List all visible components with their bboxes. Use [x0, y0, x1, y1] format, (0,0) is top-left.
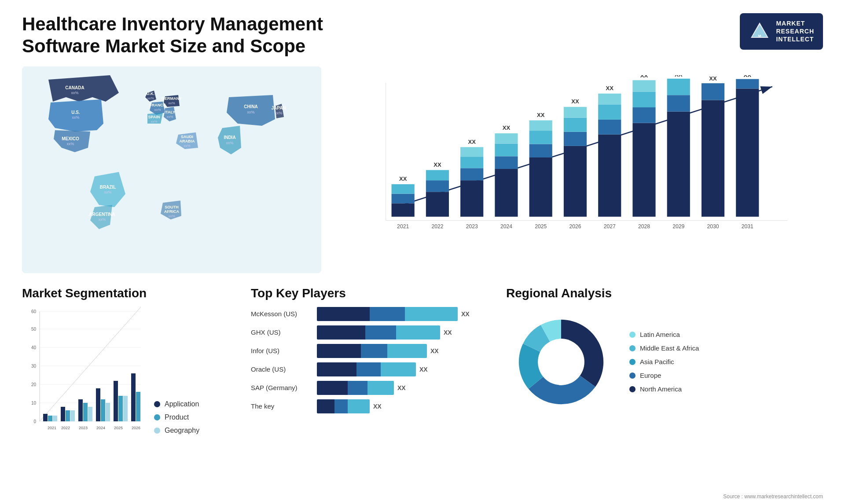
page-title: Healthcare Inventory Management Software… [22, 13, 330, 58]
svg-text:XX: XX [744, 75, 752, 78]
players-list: McKesson (US) XX GHX (US) [251, 307, 489, 413]
legend-label-product: Product [165, 413, 189, 421]
bar-chart: XX 2021 XX 2022 XX 2023 [339, 66, 823, 273]
svg-rect-64 [529, 131, 552, 144]
svg-rect-88 [667, 79, 690, 95]
svg-text:xx%: xx% [66, 142, 74, 146]
players-title: Top Key Players [251, 286, 489, 300]
svg-text:XX: XX [571, 98, 579, 105]
regional-legend-europe: Europe [629, 372, 699, 379]
svg-text:XX: XX [537, 112, 545, 118]
svg-rect-96 [736, 79, 759, 88]
svg-rect-87 [667, 95, 690, 111]
logo-icon: M [749, 20, 771, 42]
player-bar-sap: XX [317, 381, 489, 395]
svg-text:0: 0 [33, 419, 36, 424]
top-section: CANADA xx% U.S. xx% MEXICO xx% BRAZIL xx… [22, 66, 823, 273]
svg-rect-86 [667, 111, 690, 216]
legend-geography: Geography [154, 427, 199, 435]
player-name-mckesson: McKesson (US) [251, 310, 312, 318]
donut-section: Latin America Middle East & Africa Asia … [506, 307, 823, 417]
segmentation: Market Segmentation 0 10 [22, 286, 233, 462]
player-row-sap: SAP (Germany) XX [251, 381, 489, 395]
svg-text:XX: XX [468, 138, 476, 145]
seg-legend: Application Product Geography [154, 400, 199, 443]
svg-text:2026: 2026 [132, 426, 140, 430]
svg-text:XX: XX [434, 161, 441, 168]
svg-text:CANADA: CANADA [65, 85, 84, 90]
player-name-thekey: The key [251, 402, 312, 410]
svg-rect-42 [392, 184, 415, 194]
legend-application: Application [154, 400, 199, 408]
legend-dot-geography [154, 427, 160, 434]
svg-text:XX: XX [675, 75, 683, 78]
regional-dot-latin-america [629, 332, 636, 338]
svg-text:10: 10 [31, 401, 37, 405]
legend-label-geography: Geography [165, 427, 199, 435]
svg-rect-62 [529, 157, 552, 217]
player-bar-oracle: XX [317, 362, 489, 376]
segmentation-inner: 0 10 20 30 40 50 60 2021 [22, 307, 233, 443]
svg-text:U.S.: U.S. [71, 110, 80, 115]
svg-rect-74 [598, 135, 621, 217]
svg-text:BRAZIL: BRAZIL [100, 185, 116, 190]
legend-dot-product [154, 414, 160, 420]
svg-rect-40 [392, 203, 415, 216]
legend-label-application: Application [165, 400, 199, 408]
svg-rect-52 [460, 157, 483, 168]
regional-label-asia-pacific: Asia Pacific [640, 358, 674, 365]
svg-text:2021: 2021 [397, 223, 409, 230]
svg-rect-115 [43, 414, 48, 421]
svg-text:xx%: xx% [72, 115, 79, 120]
svg-rect-120 [66, 410, 70, 421]
regional-legend-north-america: North America [629, 385, 699, 393]
legend-dot-application [154, 401, 160, 407]
svg-rect-45 [426, 192, 449, 217]
svg-text:xx%: xx% [98, 217, 106, 222]
svg-rect-127 [96, 388, 100, 421]
svg-text:60: 60 [31, 309, 37, 314]
svg-rect-53 [460, 147, 483, 157]
svg-rect-51 [460, 168, 483, 180]
svg-text:xx%: xx% [184, 144, 190, 148]
svg-rect-121 [70, 410, 75, 421]
regional-legend-asia-pacific: Asia Pacific [629, 358, 699, 365]
svg-text:2029: 2029 [672, 223, 684, 230]
svg-text:2022: 2022 [431, 223, 443, 230]
regional-legend: Latin America Middle East & Africa Asia … [629, 331, 699, 393]
player-row-mckesson: McKesson (US) XX [251, 307, 489, 321]
svg-text:M: M [758, 34, 761, 38]
svg-text:xx%: xx% [168, 101, 175, 105]
svg-rect-68 [564, 146, 587, 217]
svg-rect-80 [632, 123, 655, 216]
regional: Regional Analysis [506, 286, 823, 462]
bar-chart-svg: XX 2021 XX 2022 XX 2023 [348, 75, 814, 251]
svg-text:XX: XX [399, 175, 407, 182]
svg-text:50: 50 [31, 327, 37, 332]
svg-rect-91 [702, 100, 724, 216]
svg-text:2031: 2031 [742, 223, 753, 230]
svg-rect-123 [78, 399, 83, 421]
svg-text:20: 20 [31, 382, 37, 387]
svg-text:2023: 2023 [79, 426, 88, 430]
svg-rect-47 [426, 170, 449, 180]
svg-rect-58 [495, 143, 518, 156]
svg-text:XX: XX [503, 124, 511, 131]
player-row-ghx: GHX (US) XX [251, 325, 489, 340]
player-name-oracle: Oracle (US) [251, 365, 312, 373]
player-xx-oracle: XX [419, 366, 428, 373]
svg-text:30: 30 [31, 364, 37, 369]
svg-rect-131 [114, 381, 118, 421]
svg-rect-124 [83, 403, 88, 421]
svg-text:CHINA: CHINA [244, 104, 258, 109]
svg-text:2025: 2025 [535, 223, 547, 230]
player-bar-thekey: XX [317, 399, 489, 413]
regional-dot-mea [629, 345, 636, 351]
svg-text:2024: 2024 [500, 223, 512, 230]
svg-rect-83 [632, 80, 655, 91]
svg-text:GERMANY: GERMANY [162, 96, 182, 101]
regional-title: Regional Analysis [506, 286, 823, 300]
player-xx-ghx: XX [444, 329, 452, 336]
svg-text:SPAIN: SPAIN [148, 115, 160, 119]
svg-rect-75 [598, 120, 621, 135]
